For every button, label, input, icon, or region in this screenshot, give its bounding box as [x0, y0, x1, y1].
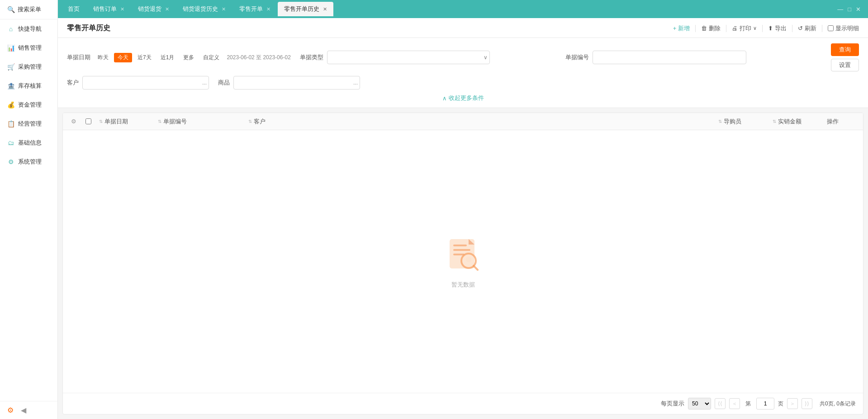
customer-input-box[interactable]: ...: [82, 76, 209, 89]
page-last-btn[interactable]: ⟩⟩: [802, 398, 812, 409]
date-btn-last-month[interactable]: 近1月: [157, 53, 178, 62]
bill-number-field: 单据编号: [565, 51, 822, 64]
empty-state: 暂无数据: [63, 130, 863, 393]
refresh-button[interactable]: ↺ 刷新: [798, 24, 816, 33]
display-detail-toggle[interactable]: 显示明细: [828, 24, 859, 33]
toolbar-divider-1: [695, 25, 696, 32]
sidebar-item-purchase-mgmt[interactable]: 🛒 采购管理: [0, 57, 57, 76]
filter-collapse-toggle[interactable]: ∧ 收起更多条件: [67, 94, 859, 102]
tab-sales-return-label: 销货退货: [138, 5, 161, 13]
settings-bottom-icon[interactable]: ⚙: [7, 406, 14, 414]
th-number: ⇅ 单据编号: [154, 118, 245, 126]
home-icon: ⌂: [7, 25, 14, 33]
select-all-checkbox[interactable]: [85, 118, 91, 124]
add-button[interactable]: + 新增: [673, 24, 690, 33]
column-settings-icon: ⚙: [71, 118, 76, 125]
close-button[interactable]: ✕: [856, 6, 861, 13]
tab-retail-open-history-close[interactable]: ✕: [323, 6, 327, 12]
tab-retail-open-history-label: 零售开单历史: [284, 5, 319, 13]
sidebar-item-quick-nav[interactable]: ⌂ 快捷导航: [0, 19, 57, 38]
th-amount: ⇅ 实销金额: [769, 118, 823, 126]
export-icon: ⬆: [768, 25, 773, 32]
tab-retail-open[interactable]: 零售开单 ✕: [233, 2, 277, 16]
display-detail-checkbox[interactable]: [828, 25, 834, 31]
sidebar-item-label: 库存核算: [18, 82, 42, 90]
bill-type-input[interactable]: ∨: [327, 51, 490, 64]
th-customer-sort-icon[interactable]: ⇅: [248, 119, 252, 124]
goods-input-box[interactable]: ...: [233, 76, 360, 89]
goods-ellipsis-btn[interactable]: ...: [353, 80, 358, 86]
date-filter-field: 单据日期 昨天 今天 近7天 近1月 更多 自定义 2023-06-02 至 2…: [67, 53, 291, 62]
sidebar-search[interactable]: 🔍 搜索采单: [0, 0, 57, 19]
page-size-select[interactable]: 50 10 20 100: [688, 398, 711, 410]
sidebar-item-basic-info[interactable]: 🗂 基础信息: [0, 133, 57, 152]
sidebar-item-sales-mgmt[interactable]: 📊 销售管理: [0, 38, 57, 57]
tab-retail-open-close[interactable]: ✕: [266, 6, 270, 12]
svg-point-6: [466, 257, 471, 262]
page-next-btn[interactable]: ＞: [787, 398, 798, 409]
tab-retail-open-label: 零售开单: [239, 5, 263, 13]
page-first-btn[interactable]: ⟨⟨: [715, 398, 726, 409]
warehouse-icon: 🏦: [7, 82, 14, 89]
tab-sales-order-close[interactable]: ✕: [120, 6, 124, 12]
delete-button[interactable]: 🗑 删除: [701, 24, 721, 33]
th-number-sort-icon[interactable]: ⇅: [158, 119, 161, 124]
collapse-label: 收起更多条件: [449, 94, 484, 102]
th-action-label: 操作: [827, 118, 839, 126]
svg-line-5: [474, 266, 478, 270]
bill-type-input-field[interactable]: [329, 54, 482, 61]
date-btn-today[interactable]: 今天: [114, 53, 132, 62]
maximize-button[interactable]: □: [848, 6, 851, 13]
th-sort-icon[interactable]: ⇅: [99, 119, 103, 124]
customer-input-field[interactable]: [85, 80, 200, 86]
sidebar-item-finance[interactable]: 💰 资金管理: [0, 95, 57, 114]
customer-ellipsis-btn[interactable]: ...: [202, 80, 207, 86]
page-number-input[interactable]: [756, 398, 774, 410]
column-settings-btn[interactable]: ⚙: [66, 118, 81, 125]
setting-button[interactable]: 设置: [831, 59, 859, 71]
export-button[interactable]: ⬆ 导出: [768, 24, 787, 33]
date-btn-custom[interactable]: 自定义: [199, 53, 223, 62]
tab-home[interactable]: 首页: [62, 2, 86, 16]
bill-number-label: 单据编号: [565, 53, 589, 61]
sidebar-item-sys-mgmt[interactable]: ⚙ 系统管理: [0, 152, 57, 171]
minimize-button[interactable]: —: [837, 6, 843, 13]
sidebar-item-label: 基础信息: [18, 139, 42, 147]
goods-input-field[interactable]: [236, 80, 351, 86]
tab-sales-return-close[interactable]: ✕: [165, 6, 169, 12]
tab-sales-order[interactable]: 销售订单 ✕: [87, 2, 131, 16]
date-btn-yesterday[interactable]: 昨天: [94, 53, 112, 62]
toolbar-divider-5: [822, 25, 822, 32]
date-btn-more[interactable]: 更多: [180, 53, 198, 62]
page-prev-btn[interactable]: ＜: [729, 398, 740, 409]
date-btn-last7[interactable]: 近7天: [134, 53, 155, 62]
empty-text: 暂无数据: [451, 281, 475, 289]
print-arrow-icon: ∨: [753, 25, 757, 31]
sidebar-item-label: 经营管理: [18, 120, 42, 128]
tab-sales-return-history-close[interactable]: ✕: [222, 6, 226, 12]
tab-sales-return-history[interactable]: 销货退货历史 ✕: [176, 2, 232, 16]
query-button[interactable]: 查询: [831, 43, 859, 56]
search-icon: 🔍: [7, 6, 15, 13]
collapse-sidebar-icon[interactable]: ◀: [21, 406, 26, 414]
filter-area: 单据日期 昨天 今天 近7天 近1月 更多 自定义 2023-06-02 至 2…: [58, 38, 868, 108]
tab-retail-open-history[interactable]: 零售开单历史 ✕: [278, 2, 333, 16]
action-buttons: 查询 设置: [831, 43, 859, 71]
delete-label: 删除: [709, 24, 721, 33]
page-title: 零售开单历史: [67, 24, 110, 33]
th-guide-sort-icon[interactable]: ⇅: [718, 119, 722, 124]
sidebar-item-inventory[interactable]: 🏦 库存核算: [0, 76, 57, 95]
tab-sales-return[interactable]: 销货退货 ✕: [132, 2, 175, 16]
customer-label: 客户: [67, 79, 79, 87]
content-area: 零售开单历史 + 新增 🗑 删除 🖨 打印 ∨ ⬆ 导出: [58, 18, 868, 419]
th-amount-sort-icon[interactable]: ⇅: [773, 119, 776, 124]
bill-type-dropdown-icon[interactable]: ∨: [484, 54, 488, 61]
th-customer-label: 客户: [254, 118, 266, 126]
tab-sales-order-label: 销售订单: [93, 5, 117, 13]
print-button[interactable]: 🖨 打印 ∨: [732, 24, 757, 33]
sidebar-item-operations[interactable]: 📋 经营管理: [0, 114, 57, 133]
date-range-display: 2023-06-02 至 2023-06-02: [227, 54, 290, 61]
bill-number-input[interactable]: [593, 51, 746, 64]
refresh-label: 刷新: [805, 24, 816, 33]
page-size-label: 每页显示: [661, 400, 684, 408]
